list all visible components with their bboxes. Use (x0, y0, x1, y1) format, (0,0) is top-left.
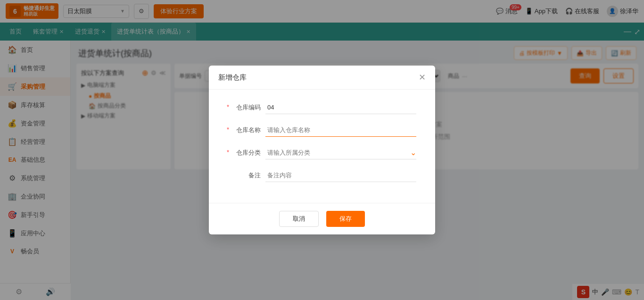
warehouse-name-input[interactable] (265, 124, 416, 137)
modal-close-icon[interactable]: ✕ (419, 72, 426, 83)
category-dropdown-icon[interactable]: ⌄ (410, 148, 416, 157)
modal-header: 新增仓库 ✕ (209, 66, 435, 90)
warehouse-category-row: 仓库分类 ⌄ (228, 146, 416, 159)
warehouse-code-label: 仓库编码 (228, 103, 265, 112)
remark-label: 备注 (228, 171, 265, 180)
warehouse-category-label: 仓库分类 (228, 149, 265, 157)
modal-body: 仓库编码 仓库名称 仓库分类 ⌄ 备注 (209, 90, 435, 203)
cancel-button[interactable]: 取消 (279, 211, 319, 227)
remark-row: 备注 (228, 169, 416, 182)
warehouse-name-label: 仓库名称 (228, 126, 265, 134)
modal-title: 新增仓库 (218, 73, 247, 82)
remark-input[interactable] (265, 169, 416, 182)
warehouse-name-row: 仓库名称 (228, 124, 416, 137)
save-button[interactable]: 保存 (326, 211, 365, 227)
warehouse-category-select-wrap: ⌄ (265, 146, 416, 159)
warehouse-code-input[interactable] (265, 101, 416, 114)
modal-overlay: 新增仓库 ✕ 仓库编码 仓库名称 仓库分类 ⌄ (0, 0, 644, 300)
modal-footer: 取消 保存 (209, 203, 435, 234)
warehouse-code-row: 仓库编码 (228, 101, 416, 114)
warehouse-category-input[interactable] (265, 146, 410, 159)
add-warehouse-modal: 新增仓库 ✕ 仓库编码 仓库名称 仓库分类 ⌄ (209, 66, 435, 234)
